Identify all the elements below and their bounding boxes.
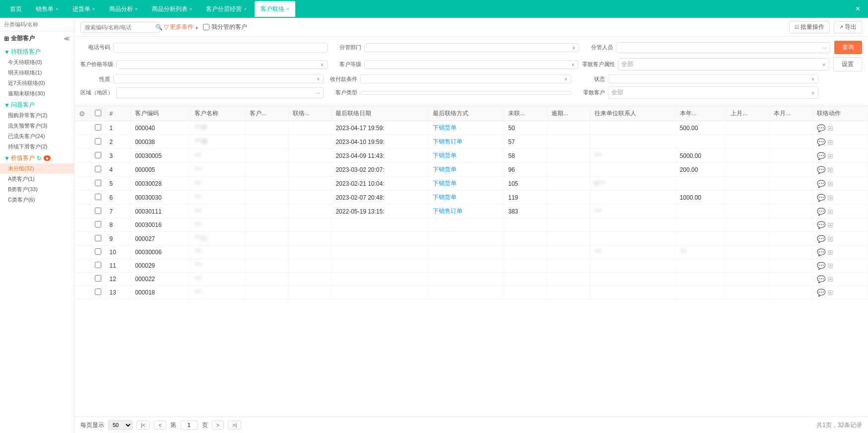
message-icon[interactable]: 💬 <box>817 152 825 160</box>
td-check[interactable] <box>90 191 105 205</box>
th-this-year[interactable]: 本年... <box>675 106 727 121</box>
th-gear[interactable]: ⚙ <box>74 106 90 121</box>
first-page-button[interactable]: |< <box>136 421 150 430</box>
sidebar-item-today[interactable]: 今天待联络(0) <box>0 57 74 68</box>
th-contact-person[interactable]: 往来单位联系人 <box>590 106 675 121</box>
page-number-input[interactable] <box>180 421 198 430</box>
grid-action-icon[interactable]: ⊞ <box>827 262 833 270</box>
last-way-link[interactable]: 下销售订单 <box>433 208 463 215</box>
last-way-link[interactable]: 下销货单 <box>433 180 457 187</box>
sidebar-search-input[interactable] <box>4 21 72 27</box>
price-refresh-icon[interactable]: ↻ <box>37 155 42 162</box>
last-way-link[interactable]: 下销货单 <box>433 124 457 131</box>
close-icon[interactable]: × <box>190 6 193 12</box>
dept-select[interactable]: ∨ <box>364 43 579 52</box>
td-check[interactable] <box>90 121 105 135</box>
td-last-way[interactable] <box>429 273 504 286</box>
grid-action-icon[interactable]: ⊞ <box>827 138 833 146</box>
all-customers-header[interactable]: ⊞ 全部客户 ≪ <box>0 31 74 46</box>
grid-action-icon[interactable]: ⊞ <box>827 208 833 216</box>
main-search-input[interactable] <box>85 24 153 30</box>
message-icon[interactable]: 💬 <box>817 262 825 270</box>
row-checkbox[interactable] <box>95 289 101 295</box>
last-way-link[interactable]: 下销货单 <box>433 166 457 173</box>
manager-select[interactable]: ··· <box>616 42 830 53</box>
search-icon[interactable]: 🔍 <box>155 24 163 31</box>
sidebar-item-b[interactable]: B类客户(33) <box>0 184 74 195</box>
nav-tab-analysis-list[interactable]: 商品分析列表 × <box>146 1 199 17</box>
region-select[interactable]: ··· <box>116 87 324 98</box>
td-last-way[interactable] <box>429 286 504 299</box>
td-check[interactable] <box>90 163 105 177</box>
page-size-select[interactable]: 50 20 100 <box>108 420 133 430</box>
grid-action-icon[interactable]: ⊞ <box>827 235 833 243</box>
row-checkbox[interactable] <box>95 208 101 214</box>
message-icon[interactable]: 💬 <box>817 235 825 243</box>
td-check[interactable] <box>90 246 105 259</box>
more-icon[interactable]: ··· <box>315 89 320 96</box>
close-icon[interactable]: × <box>56 6 59 12</box>
nature-select[interactable]: ∨ <box>113 74 324 83</box>
message-icon[interactable]: 💬 <box>817 221 825 229</box>
td-check[interactable] <box>90 259 105 273</box>
status-select[interactable]: ∨ <box>608 74 818 83</box>
customer-level-select[interactable]: ∨ <box>364 60 579 69</box>
scatter-customer-select[interactable]: 全部 ∨ <box>608 86 818 99</box>
message-icon[interactable]: 💬 <box>817 180 825 188</box>
nav-tab-customer-contact[interactable]: 客户联络 × <box>255 1 295 17</box>
batch-op-button[interactable]: ☑ 批量操作 <box>789 21 830 33</box>
message-icon[interactable]: 💬 <box>817 248 825 256</box>
sidebar-item-overdue[interactable]: 逾期未联络(30) <box>0 88 74 99</box>
td-last-way[interactable] <box>429 218 504 232</box>
td-last-way[interactable]: 下销售订单 <box>429 205 504 218</box>
td-check[interactable] <box>90 135 105 149</box>
grid-action-icon[interactable]: ⊞ <box>827 194 833 202</box>
more-conditions-btn[interactable]: ▽ 更多条件 ▲ <box>164 23 199 31</box>
next-page-button[interactable]: > <box>212 421 224 430</box>
grid-action-icon[interactable]: ⊞ <box>827 152 833 160</box>
close-icon[interactable]: × <box>92 6 95 12</box>
message-icon[interactable]: 💬 <box>817 275 825 283</box>
last-way-link[interactable]: 下销售订单 <box>433 138 463 145</box>
td-last-way[interactable]: 下销售订单 <box>429 135 504 149</box>
td-check[interactable] <box>90 232 105 246</box>
sidebar-item-c[interactable]: C类客户(6) <box>0 195 74 205</box>
row-checkbox[interactable] <box>95 138 101 144</box>
sidebar-item-lost[interactable]: 已流失客户(24) <box>0 131 74 142</box>
close-icon[interactable]: × <box>135 6 138 12</box>
message-icon[interactable]: 💬 <box>817 194 825 202</box>
grid-action-icon[interactable]: ⊞ <box>827 289 833 296</box>
td-last-way[interactable]: 下销货单 <box>429 163 504 177</box>
row-checkbox[interactable] <box>95 221 101 227</box>
last-way-link[interactable]: 下销货单 <box>433 152 457 159</box>
nav-tab-sale[interactable]: 销售单 × <box>30 1 65 17</box>
my-customers-checkbox[interactable] <box>203 24 209 30</box>
collapse-icon[interactable]: ≪ <box>64 35 70 42</box>
row-checkbox[interactable] <box>95 248 101 255</box>
sidebar-item-a[interactable]: A类客户(1) <box>0 174 74 184</box>
price-level-select[interactable]: ∨ <box>116 60 328 69</box>
td-check[interactable] <box>90 286 105 299</box>
grid-action-icon[interactable]: ⊞ <box>827 180 833 188</box>
sidebar-item-declining[interactable]: 持续下滑客户(2) <box>0 142 74 152</box>
th-type[interactable]: 客户... <box>245 106 288 121</box>
td-last-way[interactable] <box>429 246 504 259</box>
grid-action-icon[interactable]: ⊞ <box>827 275 833 283</box>
sidebar-item-ungroup[interactable]: 未分组(32) <box>0 163 74 174</box>
td-check[interactable] <box>90 218 105 232</box>
message-icon[interactable]: 💬 <box>817 138 825 146</box>
row-checkbox[interactable] <box>95 166 101 172</box>
export-button[interactable]: ↗ 导出 <box>834 21 862 33</box>
close-icon[interactable]: × <box>286 6 289 12</box>
th-last-month[interactable]: 上月... <box>727 106 770 121</box>
grid-action-icon[interactable]: ⊞ <box>827 221 833 229</box>
row-checkbox[interactable] <box>95 152 101 158</box>
prev-page-button[interactable]: < <box>154 421 166 430</box>
grid-action-icon[interactable]: ⊞ <box>827 166 833 174</box>
row-checkbox[interactable] <box>95 180 101 186</box>
th-last-way[interactable]: 最后联络方式 <box>429 106 504 121</box>
th-this-month[interactable]: 本月... <box>770 106 813 121</box>
scatter-attr-select[interactable]: 全部 ∨ <box>618 58 829 71</box>
td-last-way[interactable] <box>429 232 504 246</box>
td-last-way[interactable]: 下销货单 <box>429 121 504 135</box>
